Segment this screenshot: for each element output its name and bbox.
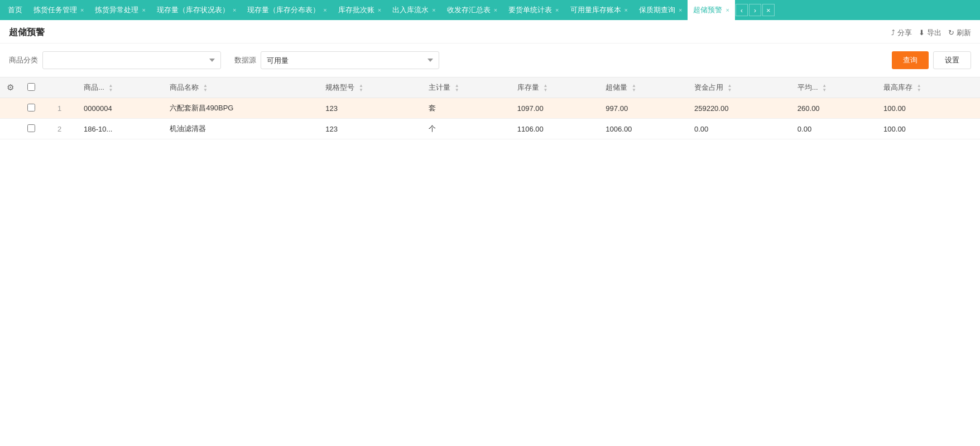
table-body: 1 0000004 六配套新昌490BPG 123 套 1097.00 997.… [0, 98, 980, 139]
nav-item-5[interactable]: 库存批次账 × [333, 0, 387, 20]
td-capital: 259220.00 [688, 98, 791, 119]
header-actions: ⤴ 分享 ⬇ 导出 ↻ 刷新 [891, 28, 971, 38]
category-label: 商品分类 [9, 55, 38, 65]
close-icon[interactable]: × [378, 0, 381, 20]
category-select[interactable] [42, 51, 221, 69]
td-stock: 1106.00 [511, 119, 599, 139]
nav-item-10[interactable]: 保质期查询 × [633, 0, 688, 20]
export-icon: ⬇ [919, 28, 925, 37]
nav-item-8[interactable]: 要货单统计表 × [503, 0, 564, 20]
th-gear[interactable]: ⚙ [0, 77, 21, 98]
export-button[interactable]: ⬇ 导出 [919, 28, 941, 38]
page-content: 超储预警 ⤴ 分享 ⬇ 导出 ↻ 刷新 商品分类 数据源 [0, 20, 980, 446]
share-icon: ⤴ [891, 28, 895, 37]
close-icon[interactable]: × [80, 0, 84, 20]
nav-item-4[interactable]: 现存量（库存分布表） × [242, 0, 332, 20]
th-capital[interactable]: 资金占用 ▲▼ [688, 77, 791, 98]
th-check [21, 77, 42, 98]
th-avg[interactable]: 平均... ▲▼ [791, 77, 877, 98]
th-max-stock[interactable]: 最高库存 ▲▼ [877, 77, 980, 98]
sort-icons: ▲▼ [359, 84, 363, 93]
sort-icons: ▲▼ [917, 84, 921, 93]
datasource-filter-group: 数据源 可用量 库存量 [234, 51, 439, 69]
table-row: 1 0000004 六配套新昌490BPG 123 套 1097.00 997.… [0, 98, 980, 119]
td-capital: 0.00 [688, 119, 791, 139]
nav-prev-button[interactable]: ‹ [736, 4, 748, 16]
nav-more-button[interactable]: × [762, 4, 775, 16]
th-unit[interactable]: 主计量 ▲▼ [422, 77, 511, 98]
th-product-code[interactable]: 商品... ▲▼ [77, 77, 163, 98]
td-gear [0, 98, 21, 119]
td-overstock: 1006.00 [599, 119, 688, 139]
th-row-num [42, 77, 77, 98]
sort-icons: ▲▼ [455, 84, 459, 93]
td-unit: 套 [422, 98, 511, 119]
td-product-name: 机油滤清器 [163, 119, 319, 139]
row-checkbox[interactable] [27, 124, 35, 132]
filter-buttons: 查询 设置 [892, 51, 971, 69]
th-spec[interactable]: 规格型号 ▲▼ [319, 77, 422, 98]
sort-icons: ▲▼ [203, 84, 208, 93]
td-max-stock: 100.00 [877, 119, 980, 139]
share-button[interactable]: ⤴ 分享 [891, 28, 912, 38]
refresh-button[interactable]: ↻ 刷新 [948, 28, 971, 38]
settings-button[interactable]: 设置 [933, 51, 971, 69]
close-icon[interactable]: × [494, 0, 497, 20]
td-product-code: 186-10... [77, 119, 163, 139]
datasource-label: 数据源 [234, 55, 256, 65]
td-avg: 0.00 [791, 119, 877, 139]
page-title: 超储预警 [9, 27, 45, 38]
th-stock[interactable]: 库存量 ▲▼ [511, 77, 599, 98]
td-check [21, 98, 42, 119]
nav-item-6[interactable]: 出入库流水 × [387, 0, 441, 20]
sort-icons: ▲▼ [109, 84, 113, 93]
th-product-name[interactable]: 商品名称 ▲▼ [163, 77, 319, 98]
td-stock: 1097.00 [511, 98, 599, 119]
nav-item-2[interactable]: 拣货异常处理 × [89, 0, 151, 20]
td-product-code: 0000004 [77, 98, 163, 119]
nav-item-3[interactable]: 现存量（库存状况表） × [151, 0, 242, 20]
refresh-icon: ↻ [948, 28, 954, 37]
sort-icons: ▲▼ [822, 84, 827, 93]
page-header: 超储预警 ⤴ 分享 ⬇ 导出 ↻ 刷新 [0, 20, 980, 43]
sort-icons: ▲▼ [543, 84, 547, 93]
td-row-num: 2 [42, 119, 77, 139]
nav-next-button[interactable]: › [749, 4, 761, 16]
close-icon[interactable]: × [323, 0, 326, 20]
close-icon[interactable]: × [624, 0, 628, 20]
row-checkbox[interactable] [27, 104, 35, 112]
th-overstock[interactable]: 超储量 ▲▼ [599, 77, 688, 98]
td-unit: 个 [422, 119, 511, 139]
td-avg: 260.00 [791, 98, 877, 119]
sort-icons: ▲▼ [728, 84, 732, 93]
td-row-num: 1 [42, 98, 77, 119]
td-spec: 123 [319, 119, 422, 139]
category-filter-group: 商品分类 [9, 51, 221, 69]
td-max-stock: 100.00 [877, 98, 980, 119]
close-icon[interactable]: × [142, 0, 145, 20]
nav-item-active[interactable]: 超储预警 × [688, 0, 734, 20]
nav-item-home[interactable]: 首页 [2, 0, 28, 20]
table-header-row: ⚙ 商品... ▲▼ 商品名称 ▲▼ [0, 77, 980, 98]
td-gear [0, 119, 21, 139]
td-spec: 123 [319, 98, 422, 119]
close-icon[interactable]: × [432, 0, 435, 20]
nav-item-7[interactable]: 收发存汇总表 × [441, 0, 503, 20]
select-all-checkbox[interactable] [27, 83, 35, 91]
sort-icons: ▲▼ [632, 84, 636, 93]
close-icon[interactable]: × [233, 0, 236, 20]
nav-item-1[interactable]: 拣货任务管理 × [28, 0, 89, 20]
close-icon[interactable]: × [555, 0, 559, 20]
data-table: ⚙ 商品... ▲▼ 商品名称 ▲▼ [0, 77, 980, 139]
close-icon[interactable]: × [726, 0, 729, 20]
close-icon[interactable]: × [679, 0, 682, 20]
gear-icon[interactable]: ⚙ [7, 83, 14, 92]
td-check [21, 119, 42, 139]
td-product-name: 六配套新昌490BPG [163, 98, 319, 119]
query-button[interactable]: 查询 [892, 51, 929, 69]
nav-bar: 首页 拣货任务管理 × 拣货异常处理 × 现存量（库存状况表） × 现存量（库存… [0, 0, 980, 20]
table-container: ⚙ 商品... ▲▼ 商品名称 ▲▼ [0, 77, 980, 139]
nav-item-9[interactable]: 可用量库存账本 × [565, 0, 633, 20]
td-overstock: 997.00 [599, 98, 688, 119]
datasource-select[interactable]: 可用量 库存量 [261, 51, 439, 69]
